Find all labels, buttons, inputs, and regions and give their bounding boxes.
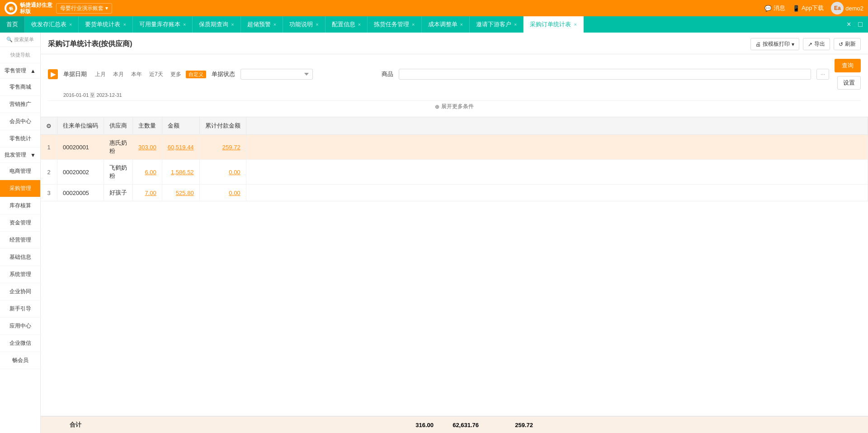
tab-pick-task-close[interactable]: ×: [412, 22, 415, 27]
table-header-row: ⚙ 往来单位编码 供应商 主数量 金额 累计付款金额: [41, 117, 868, 135]
sidebar-item-ecommerce-manage[interactable]: 电商管理: [0, 163, 40, 180]
logo-area: 畅 畅捷通好生意 标版: [5, 2, 52, 15]
row-amount-2[interactable]: 1,586.52: [162, 160, 199, 185]
query-button[interactable]: 查询: [835, 59, 861, 72]
tab-cost-adjust-close[interactable]: ×: [460, 22, 463, 27]
tab-warranty-query[interactable]: 保质期查询 ×: [193, 16, 241, 33]
tab-warranty-query-close[interactable]: ×: [231, 22, 234, 27]
purchase-manage-label: 采购管理: [9, 185, 31, 191]
sidebar-item-new-guide[interactable]: 新手引导: [0, 300, 40, 318]
row-amount-1[interactable]: 60,519.44: [162, 135, 199, 160]
user-menu[interactable]: Ea demo2: [831, 2, 863, 14]
avatar: Ea: [831, 2, 844, 14]
refresh-button[interactable]: ↺ 刷新: [834, 38, 861, 50]
sidebar-item-finance-manage[interactable]: 资金管理: [0, 214, 40, 232]
tab-goods-stat[interactable]: 要货单统计表 ×: [79, 16, 132, 33]
row-paid-3[interactable]: 0.00: [199, 185, 246, 201]
app-download-button[interactable]: 📱 App下载: [793, 4, 824, 12]
ecommerce-manage-label: 电商管理: [9, 168, 31, 174]
tab-receive-send-close[interactable]: ×: [69, 22, 72, 27]
settings-button[interactable]: 设置: [837, 76, 861, 90]
sidebar-item-retail-stat[interactable]: 零售统计: [0, 130, 40, 148]
footer-total-qty: 316.00: [394, 422, 439, 428]
row-index-1: 1: [41, 135, 57, 160]
tab-invite-downstream-close[interactable]: ×: [514, 22, 517, 27]
tab-invite-downstream[interactable]: 邀请下游客户 ×: [470, 16, 524, 33]
sidebar-item-wholesale-manage[interactable]: 批发管理 ▼: [0, 148, 40, 163]
sidebar-item-ops-manage[interactable]: 经营管理: [0, 232, 40, 249]
table-row[interactable]: 3 00020005 好孩子 7.00 525.80 0.00: [41, 185, 868, 201]
custom-tag[interactable]: 自定义: [186, 71, 206, 78]
print-arrow-icon: ▾: [792, 41, 794, 48]
row-paid-1[interactable]: 259.72: [199, 135, 246, 160]
sidebar-search[interactable]: 🔍 搜索菜单: [0, 33, 40, 47]
tab-purchase-stat-close[interactable]: ×: [574, 22, 576, 27]
sidebar-item-retail-store[interactable]: 零售商城: [0, 79, 40, 96]
filter-toggle[interactable]: ▶: [48, 69, 58, 79]
shortcut-label: 快捷导航: [10, 52, 30, 57]
tab-goods-stat-close[interactable]: ×: [123, 22, 126, 27]
product-input[interactable]: [399, 69, 811, 80]
tab-cost-adjust[interactable]: 成本调整单 ×: [422, 16, 470, 33]
message-icon: 💬: [764, 5, 772, 12]
tab-func-desc[interactable]: 功能说明 ×: [283, 16, 325, 33]
sidebar: 🔍 搜索菜单 快捷导航 零售管理 ▲ 零售商城 营销推广 会员中心 零售统计 批…: [0, 33, 41, 433]
sidebar-item-inventory-check[interactable]: 库存核算: [0, 197, 40, 214]
print-label: 按模板打印: [763, 40, 790, 48]
sidebar-item-marketing[interactable]: 营销推广: [0, 96, 40, 113]
sidebar-item-vip-member[interactable]: 畅会员: [0, 352, 40, 369]
expand-more-button[interactable]: ⊕ 展开更多条件: [48, 100, 861, 112]
row-qty-3[interactable]: 7.00: [133, 185, 162, 201]
shortcut-this-year[interactable]: 本年: [128, 70, 145, 79]
close-all-icon[interactable]: ×: [845, 19, 853, 29]
row-index-3: 3: [41, 185, 57, 201]
tab-pick-task-label: 拣货任务管理: [374, 20, 409, 29]
more-options-button[interactable]: ···: [816, 69, 829, 80]
sidebar-shortcut[interactable]: 快捷导航: [0, 47, 40, 63]
shortcut-more[interactable]: 更多: [168, 70, 184, 79]
tab-purchase-stat[interactable]: 采购订单统计表 ×: [524, 16, 583, 33]
workspace-selector[interactable]: 母婴行业演示账套 ▾: [56, 3, 112, 14]
sidebar-item-basic-info[interactable]: 基础信息: [0, 249, 40, 266]
print-icon: 🖨: [755, 41, 761, 48]
tab-overstock-close[interactable]: ×: [274, 22, 276, 27]
tab-inventory-book-close[interactable]: ×: [183, 22, 186, 27]
gear-icon[interactable]: ⚙: [46, 123, 52, 129]
tab-config-info-close[interactable]: ×: [358, 22, 361, 27]
tab-receive-send[interactable]: 收发存汇总表 ×: [25, 16, 79, 33]
export-button[interactable]: ↗ 导出: [803, 38, 830, 50]
table-row[interactable]: 1 00020001 惠氏奶粉 303.00 60,519.44 259.72: [41, 135, 868, 160]
shortcut-7days[interactable]: 近7天: [146, 70, 166, 79]
col-settings[interactable]: ⚙: [41, 117, 57, 135]
tab-pick-task[interactable]: 拣货任务管理 ×: [368, 16, 421, 33]
sidebar-item-member-center[interactable]: 会员中心: [0, 113, 40, 130]
tab-func-desc-close[interactable]: ×: [316, 22, 318, 27]
tab-home[interactable]: 首页: [0, 16, 25, 33]
shortcut-last-month[interactable]: 上月: [92, 70, 108, 79]
sidebar-item-system-manage[interactable]: 系统管理: [0, 266, 40, 283]
tab-inventory-book-label: 可用量库存账本: [139, 20, 180, 29]
tab-config-info[interactable]: 配置信息 ×: [326, 16, 368, 33]
shortcut-this-month[interactable]: 本月: [110, 70, 127, 79]
row-amount-3[interactable]: 525.80: [162, 185, 199, 201]
enterprise-collab-label: 企业协同: [9, 288, 31, 295]
tab-goods-stat-label: 要货单统计表: [85, 20, 120, 29]
sidebar-item-purchase-manage[interactable]: 采购管理: [0, 180, 40, 197]
tab-inventory-book[interactable]: 可用量库存账本 ×: [133, 16, 193, 33]
row-qty-2[interactable]: 6.00: [133, 160, 162, 185]
table-row[interactable]: 2 00020002 飞鹤奶粉 6.00 1,586.52 0.00: [41, 160, 868, 185]
sidebar-item-enterprise-collab[interactable]: 企业协同: [0, 283, 40, 300]
row-paid-2[interactable]: 0.00: [199, 160, 246, 185]
maximize-icon[interactable]: □: [856, 19, 864, 29]
sidebar-item-enterprise-wechat[interactable]: 企业微信: [0, 335, 40, 352]
export-icon: ↗: [808, 41, 812, 48]
status-select[interactable]: [241, 69, 313, 80]
tab-overstock[interactable]: 超储预警 ×: [241, 16, 283, 33]
sidebar-item-retail-manage[interactable]: 零售管理 ▲: [0, 63, 40, 79]
status-select-wrapper: [241, 69, 376, 80]
sidebar-item-app-center[interactable]: 应用中心: [0, 318, 40, 335]
row-qty-1[interactable]: 303.00: [133, 135, 162, 160]
member-center-label: 会员中心: [9, 118, 31, 124]
message-button[interactable]: 💬 消息: [764, 4, 785, 12]
print-button[interactable]: 🖨 按模板打印 ▾: [750, 38, 799, 50]
